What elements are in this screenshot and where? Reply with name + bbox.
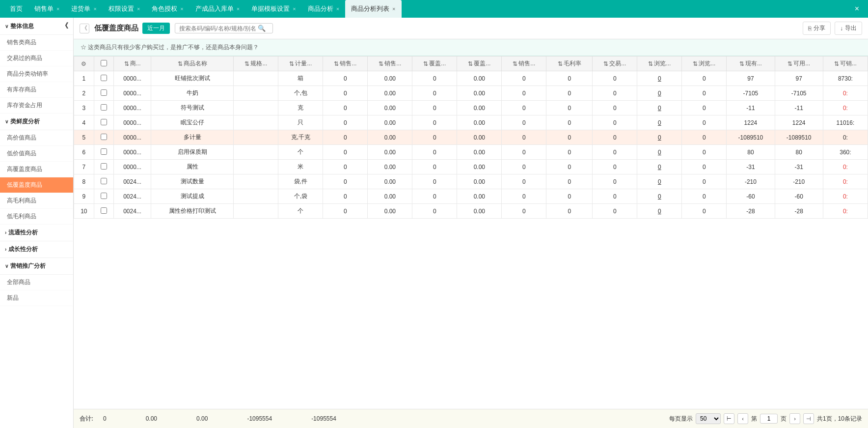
page-size-select[interactable]: 50 100 200 [696,413,721,424]
nav-product-analysis-list[interactable]: 商品分析列表 × [345,0,401,18]
column-header-spec[interactable]: ⇅规格... [234,57,278,71]
cell-checkbox[interactable] [94,189,113,204]
browse1-link[interactable]: 0 [658,193,661,200]
sidebar-item-high-value[interactable]: 高价值商品 [0,130,73,146]
sidebar-section-growth[interactable]: › 成长性分析 [0,241,73,258]
nav-product-analysis[interactable]: 商品分析 × [302,0,345,18]
close-icon[interactable]: × [392,6,395,12]
nav-home[interactable]: 首页 [4,0,28,18]
column-header-saleable[interactable]: ⇅可销... [823,57,868,71]
sidebar-item-in-stock[interactable]: 有库存商品 [0,82,73,98]
time-filter-button[interactable]: 近一月 [142,23,170,34]
browse1-link[interactable]: 0 [658,178,661,185]
sidebar-item-low-margin[interactable]: 低毛利商品 [0,209,73,225]
sidebar-item-low-value[interactable]: 低价值商品 [0,146,73,162]
last-page-button[interactable]: ⊣ [803,413,814,424]
cell-browse1[interactable]: 0 [637,145,682,160]
close-icon[interactable]: × [336,6,339,12]
column-header-checkbox[interactable] [94,57,113,71]
row-checkbox[interactable] [101,193,107,199]
browse1-link[interactable]: 0 [658,134,661,141]
cell-checkbox[interactable] [94,204,113,219]
nav-purchase-order[interactable]: 进货单 × [65,0,102,18]
cell-checkbox[interactable] [94,145,113,160]
column-header-name[interactable]: ⇅商品名称 [151,57,234,71]
close-icon[interactable]: × [93,6,96,12]
column-header-trade[interactable]: ⇅交易... [593,57,637,71]
column-header-code[interactable]: ⇅商... [113,57,151,71]
sidebar-item-stock-capital[interactable]: 库存资金占用 [0,98,73,114]
close-icon[interactable]: × [237,6,240,12]
collapse-icon[interactable]: 《 [61,22,68,30]
cell-checkbox[interactable] [94,71,113,86]
data-table-container[interactable]: ⚙ ⇅商... ⇅商品名称 ⇅规格... [74,56,868,409]
browse1-link[interactable]: 0 [658,119,661,126]
settings-icon[interactable]: ⚙ [81,60,86,67]
row-checkbox[interactable] [101,104,107,111]
export-button[interactable]: ↓ 导出 [835,22,862,35]
sidebar-section-marketing[interactable]: ∨ 营销推广分析 [0,258,73,275]
browse1-link[interactable]: 0 [658,90,661,97]
column-header-cover1[interactable]: ⇅覆盖... [412,57,457,71]
sidebar-item-category-rate[interactable]: 商品分类动销率 [0,66,73,82]
cell-browse1[interactable]: 0 [637,86,682,101]
cell-browse1[interactable]: 0 [637,71,682,86]
row-checkbox[interactable] [101,119,107,125]
cell-browse1[interactable]: 0 [637,189,682,204]
column-header-settings[interactable]: ⚙ [74,57,94,71]
sidebar-item-all-goods[interactable]: 全部商品 [0,275,73,290]
sidebar-collapse-button[interactable]: 《 [80,24,89,33]
row-checkbox[interactable] [101,163,107,170]
next-page-button[interactable]: › [789,413,800,424]
column-header-sales1[interactable]: ⇅销售... [323,57,368,71]
nav-sales-order[interactable]: 销售单 × [28,0,65,18]
column-header-available[interactable]: ⇅可用... [775,57,823,71]
nav-template-settings[interactable]: 单据模板设置 × [245,0,301,18]
column-header-sales3[interactable]: ⇅销售... [502,57,546,71]
page-number-input[interactable] [760,414,778,424]
sidebar-section-freshness[interactable]: ∨ 类鲜度分析 [0,114,73,130]
close-icon[interactable]: × [56,6,59,12]
cell-checkbox[interactable] [94,130,113,145]
cell-checkbox[interactable] [94,86,113,101]
cell-browse1[interactable]: 0 [637,130,682,145]
column-header-current[interactable]: ⇅现有... [727,57,775,71]
select-all-checkbox[interactable] [101,60,107,66]
sidebar-item-sales-goods[interactable]: 销售类商品 [0,35,73,51]
cell-checkbox[interactable] [94,174,113,189]
browse1-link[interactable]: 0 [658,105,661,112]
row-checkbox[interactable] [101,148,107,155]
row-checkbox[interactable] [101,178,107,184]
close-icon[interactable]: × [137,6,140,12]
column-header-unit[interactable]: ⇅计量... [278,57,323,71]
cell-browse1[interactable]: 0 [637,115,682,130]
search-input[interactable] [179,25,258,32]
cell-browse1[interactable]: 0 [637,174,682,189]
cell-browse1[interactable]: 0 [637,101,682,115]
browse1-link[interactable]: 0 [658,75,661,82]
cell-checkbox[interactable] [94,160,113,174]
cell-browse1[interactable]: 0 [637,204,682,219]
browse1-link[interactable]: 0 [658,149,661,156]
sidebar-item-high-margin[interactable]: 高毛利商品 [0,193,73,209]
row-checkbox[interactable] [101,207,107,214]
nav-role-auth[interactable]: 角色授权 × [146,0,189,18]
column-header-browse2[interactable]: ⇅浏览... [682,57,727,71]
cell-checkbox[interactable] [94,101,113,115]
search-icon[interactable]: 🔍 [258,25,266,32]
close-icon[interactable]: × [293,6,296,12]
share-button[interactable]: ⎘ 分享 [803,22,831,35]
browse1-link[interactable]: 0 [658,208,661,215]
column-header-cover2[interactable]: ⇅覆盖... [457,57,502,71]
row-checkbox[interactable] [101,75,107,81]
column-header-gross-rate[interactable]: ⇅毛利率 [546,57,593,71]
browse1-link[interactable]: 0 [658,164,661,171]
sidebar-item-traded-goods[interactable]: 交易过的商品 [0,51,73,66]
column-header-sales2[interactable]: ⇅销售... [368,57,412,71]
close-icon[interactable]: × [180,6,183,12]
row-checkbox[interactable] [101,134,107,140]
row-checkbox[interactable] [101,89,107,96]
sidebar-item-high-coverage[interactable]: 高覆盖度商品 [0,162,73,177]
close-all-button[interactable]: × [850,4,864,13]
sidebar-section-liquidity[interactable]: › 流通性分析 [0,225,73,241]
